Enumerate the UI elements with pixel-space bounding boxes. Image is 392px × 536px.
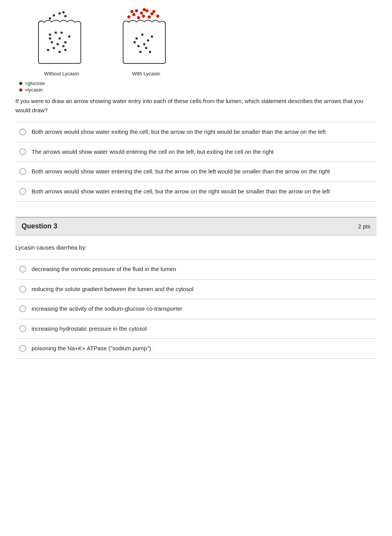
q3-option-2[interactable]: reducing the solute gradient between the…: [15, 280, 377, 300]
right-diagram: With Lycasin: [115, 8, 177, 77]
svg-point-27: [133, 41, 136, 43]
q2-radio-3[interactable]: [19, 168, 26, 175]
svg-point-35: [148, 15, 151, 18]
svg-point-24: [151, 35, 153, 38]
q3-option-4[interactable]: increasing hydrostatic pressure in the c…: [15, 319, 377, 339]
legend-glucose: =glucose: [19, 80, 377, 86]
legend: =glucose =lycasin: [15, 80, 377, 93]
q2-option-4-text: Both arrows would show water entering th…: [32, 187, 373, 196]
svg-point-37: [152, 10, 155, 13]
q3-pts: 2 pts: [358, 223, 370, 230]
q3-option-4-text: increasing hydrostatic pressure in the c…: [32, 325, 373, 333]
legend-lycasin: =lycasin: [19, 87, 377, 93]
lycasin-dot: [19, 88, 22, 92]
svg-point-40: [156, 15, 159, 18]
left-diagram: Without Lycasin: [31, 8, 92, 77]
q3-title: Question 3: [22, 222, 57, 230]
right-cell-label: With Lycasin: [132, 71, 160, 77]
lycasin-label: =lycasin: [25, 87, 43, 93]
svg-point-0: [49, 33, 51, 36]
svg-point-19: [135, 37, 138, 40]
svg-point-22: [137, 45, 140, 47]
svg-point-14: [53, 14, 55, 17]
q3-option-2-text: reducing the solute gradient between the…: [32, 285, 373, 294]
section-gap: [15, 205, 377, 217]
svg-point-21: [147, 39, 149, 42]
svg-point-7: [58, 51, 61, 53]
q3-option-3-text: increasing the activity of the sodium-gl…: [32, 305, 373, 313]
q3-radio-2[interactable]: [19, 286, 26, 293]
svg-point-29: [135, 9, 138, 12]
q3-option-5[interactable]: poisoning the Na+K+ ATPase ("sodium pump…: [15, 339, 377, 359]
q3-radio-3[interactable]: [19, 305, 26, 312]
right-cell-svg: [115, 8, 177, 69]
q3-radio-5[interactable]: [19, 345, 26, 352]
svg-point-23: [145, 47, 147, 49]
page: Without Lycasin: [0, 0, 392, 378]
svg-point-33: [132, 13, 135, 16]
q3-option-3[interactable]: increasing the activity of the sodium-gl…: [15, 299, 377, 319]
svg-point-34: [142, 15, 145, 18]
diagram-section: Without Lycasin: [15, 8, 377, 77]
svg-point-17: [49, 17, 51, 20]
svg-point-9: [47, 49, 49, 51]
q3-option-1[interactable]: decreasing the osmotic pressure of the f…: [15, 260, 377, 280]
q2-radio-4[interactable]: [19, 188, 26, 195]
q2-option-1[interactable]: Both arrows would show water exiting the…: [15, 122, 377, 142]
svg-point-5: [64, 41, 67, 43]
svg-point-38: [130, 10, 133, 13]
svg-point-4: [60, 32, 63, 34]
svg-point-36: [137, 16, 140, 19]
q2-question-text: If you were to draw an arrow showing wat…: [15, 97, 377, 115]
svg-point-11: [57, 43, 59, 45]
svg-point-28: [143, 43, 145, 45]
svg-point-25: [139, 51, 142, 53]
q3-radio-1[interactable]: [19, 266, 26, 273]
left-cell-label: Without Lycasin: [44, 71, 79, 77]
q2-options-list: Both arrows would show water exiting the…: [15, 122, 377, 201]
left-cell-svg: [31, 8, 92, 69]
q3-option-1-text: decreasing the osmotic pressure of the f…: [32, 265, 373, 274]
q2-radio-1[interactable]: [19, 128, 26, 135]
svg-point-3: [51, 41, 53, 43]
svg-point-15: [58, 12, 61, 15]
glucose-dot: [19, 82, 22, 85]
q3-radio-4[interactable]: [19, 325, 26, 332]
svg-point-12: [62, 45, 65, 47]
q3-prompt: Lycasin causes diarrhea by:: [15, 243, 377, 252]
q2-radio-2[interactable]: [19, 148, 26, 155]
q2-option-2-text: The arrows would show water would enteri…: [32, 148, 373, 156]
svg-point-13: [49, 37, 51, 40]
svg-point-18: [62, 11, 65, 13]
svg-point-10: [68, 35, 70, 38]
q2-option-3-text: Both arrows would show water entering th…: [32, 167, 373, 176]
q2-option-1-text: Both arrows would show water exiting the…: [32, 128, 373, 136]
q2-option-4[interactable]: Both arrows would show water entering th…: [15, 182, 377, 202]
svg-point-26: [149, 51, 151, 53]
q3-options-list: decreasing the osmotic pressure of the f…: [15, 259, 377, 359]
svg-point-2: [58, 37, 61, 40]
svg-point-16: [64, 15, 67, 17]
svg-point-1: [55, 32, 57, 34]
q2-option-3[interactable]: Both arrows would show water entering th…: [15, 162, 377, 182]
glucose-label: =glucose: [25, 80, 45, 86]
q3-header: Question 3 2 pts: [15, 217, 377, 235]
q2-option-2[interactable]: The arrows would show water would enteri…: [15, 142, 377, 162]
q3-option-5-text: poisoning the Na+K+ ATPase ("sodium pump…: [32, 344, 373, 353]
svg-point-20: [141, 33, 143, 36]
svg-point-6: [53, 47, 55, 49]
svg-point-39: [143, 8, 146, 11]
svg-point-8: [64, 49, 67, 51]
svg-point-41: [127, 15, 130, 18]
svg-point-30: [140, 12, 143, 15]
svg-point-31: [145, 9, 148, 12]
